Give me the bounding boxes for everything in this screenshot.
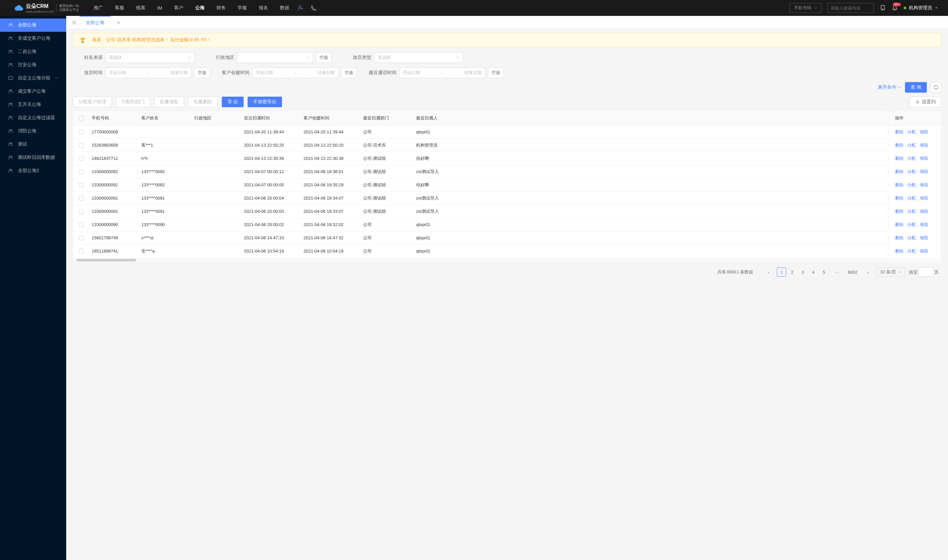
sidebar-item-5[interactable]: 成交客户公海 xyxy=(0,85,66,98)
row-checkbox[interactable] xyxy=(79,249,83,254)
row-checkbox[interactable] xyxy=(79,183,83,187)
filter-abandon-type-select[interactable]: 请选择 xyxy=(374,52,463,63)
nav-item-4[interactable]: 客户 xyxy=(169,0,188,16)
batch-claim-button[interactable]: 批量领取 xyxy=(154,97,184,107)
filter-source-select[interactable]: 请选择 xyxy=(105,52,195,63)
filter-lastcall-time-range[interactable]: 开始日期~结束日期 xyxy=(399,68,485,78)
nav-item-3[interactable]: IM xyxy=(152,0,167,16)
row-claim-link[interactable]: 领取 xyxy=(920,169,928,175)
export-button[interactable]: 导 出 xyxy=(222,97,244,107)
row-delete-link[interactable]: 删除 xyxy=(895,235,903,241)
nav-item-6[interactable]: 财务 xyxy=(212,0,230,16)
phone-icon[interactable] xyxy=(307,0,320,16)
add-user-icon[interactable] xyxy=(294,0,307,16)
sidebar-item-0[interactable]: 全部公海 xyxy=(0,18,66,32)
search-input[interactable] xyxy=(831,6,886,11)
sidebar-item-11[interactable]: 全部公海2 xyxy=(0,164,66,177)
sidebar-item-3[interactable]: 注安公海 xyxy=(0,58,66,71)
nav-item-9[interactable]: 数据 xyxy=(275,0,294,16)
row-checkbox[interactable] xyxy=(79,169,83,174)
row-checkbox[interactable] xyxy=(79,235,83,240)
row-claim-link[interactable]: 领取 xyxy=(920,182,928,188)
row-assign-link[interactable]: 分配 xyxy=(907,169,916,175)
row-checkbox[interactable] xyxy=(79,222,83,227)
page-prev-button[interactable]: ‹ xyxy=(763,268,773,277)
filter-abandon-time-empty-button[interactable]: 空值 xyxy=(194,68,210,78)
row-assign-link[interactable]: 分配 xyxy=(907,182,916,188)
row-delete-link[interactable]: 删除 xyxy=(895,169,903,175)
row-assign-link[interactable]: 分配 xyxy=(907,209,916,214)
row-assign-link[interactable]: 分配 xyxy=(907,235,916,241)
row-delete-link[interactable]: 删除 xyxy=(895,248,903,254)
row-assign-link[interactable]: 分配 xyxy=(907,142,916,148)
sidebar-item-10[interactable]: 测试昨日回库数据 xyxy=(0,151,66,164)
row-assign-link[interactable]: 分配 xyxy=(907,195,916,201)
row-claim-link[interactable]: 领取 xyxy=(920,209,928,214)
query-button[interactable]: 查 询 xyxy=(905,82,927,93)
nav-item-7[interactable]: 学服 xyxy=(233,0,252,16)
page-number-3[interactable]: 3 xyxy=(798,268,807,277)
row-assign-link[interactable]: 分配 xyxy=(907,222,916,228)
page-number-2[interactable]: 2 xyxy=(788,268,797,277)
row-delete-link[interactable]: 删除 xyxy=(895,182,903,188)
horizontal-scrollbar[interactable] xyxy=(73,258,941,263)
row-delete-link[interactable]: 删除 xyxy=(895,129,903,135)
sidebar-item-9[interactable]: 测试 xyxy=(0,138,66,151)
row-claim-link[interactable]: 领取 xyxy=(920,195,928,201)
page-next-button[interactable]: › xyxy=(863,268,873,277)
page-jump-input[interactable] xyxy=(919,268,933,277)
export-plain-button[interactable]: 不加密导出 xyxy=(248,97,282,107)
sidebar-item-2[interactable]: 二咨公海 xyxy=(0,45,66,58)
nav-item-1[interactable]: 客服 xyxy=(110,0,129,16)
filter-region-select[interactable] xyxy=(237,52,313,63)
batch-delete-button[interactable]: 批量删除 xyxy=(188,97,218,107)
tablet-icon[interactable] xyxy=(880,5,886,12)
refresh-button[interactable] xyxy=(931,82,941,93)
select-all-checkbox[interactable] xyxy=(79,116,83,120)
nav-item-2[interactable]: 线索 xyxy=(131,0,150,16)
row-assign-link[interactable]: 分配 xyxy=(907,248,916,254)
filter-lastcall-time-empty-button[interactable]: 空值 xyxy=(488,68,504,78)
assign-dept-button[interactable]: 分配到部门 xyxy=(116,97,150,107)
tab-0[interactable]: 全部公海 xyxy=(80,16,111,29)
row-claim-link[interactable]: 领取 xyxy=(920,235,928,241)
user-menu[interactable]: 机构管理员 xyxy=(903,5,938,11)
set-columns-button[interactable]: 设置列 xyxy=(910,97,941,107)
row-claim-link[interactable]: 领取 xyxy=(920,129,928,135)
filter-create-time-range[interactable]: 开始日期~结束日期 xyxy=(252,68,338,78)
row-claim-link[interactable]: 领取 xyxy=(920,248,928,254)
row-delete-link[interactable]: 删除 xyxy=(895,222,903,228)
nav-item-5[interactable]: 公海 xyxy=(191,0,209,16)
page-number-4[interactable]: 4 xyxy=(809,268,818,277)
row-checkbox[interactable] xyxy=(79,209,83,214)
page-size-select[interactable]: 10 条/页 xyxy=(877,268,905,277)
page-number-5[interactable]: 5 xyxy=(819,268,828,277)
sidebar-item-4[interactable]: 自定义公海分组 xyxy=(0,71,66,85)
row-checkbox[interactable] xyxy=(79,196,83,201)
tab-list-toggle-icon[interactable] xyxy=(70,18,78,26)
search-type-select[interactable]: 手机号码 xyxy=(790,3,822,13)
row-delete-link[interactable]: 删除 xyxy=(895,155,903,162)
assign-manager-button[interactable]: 分配客户经理 xyxy=(73,97,112,107)
row-checkbox[interactable] xyxy=(79,156,83,161)
sidebar-item-7[interactable]: 自定义公海过滤器 xyxy=(0,111,66,125)
sidebar-item-1[interactable]: 非成交客户公海 xyxy=(0,32,66,45)
nav-item-0[interactable]: 推广 xyxy=(89,0,108,16)
filter-create-time-empty-button[interactable]: 空值 xyxy=(341,68,357,78)
sidebar-item-8[interactable]: 消防公海 xyxy=(0,125,66,138)
expand-filters-link[interactable]: 展开条件 xyxy=(878,85,901,90)
row-assign-link[interactable]: 分配 xyxy=(907,129,916,135)
row-claim-link[interactable]: 领取 xyxy=(920,142,928,148)
row-delete-link[interactable]: 删除 xyxy=(895,195,903,201)
tab-add-button[interactable]: ＋ xyxy=(112,16,125,29)
page-last-button[interactable]: 6882 xyxy=(846,268,859,277)
page-number-1[interactable]: 1 xyxy=(777,268,786,277)
row-delete-link[interactable]: 删除 xyxy=(895,209,903,214)
row-claim-link[interactable]: 领取 xyxy=(920,155,928,162)
filter-region-empty-button[interactable]: 空值 xyxy=(316,52,332,63)
filter-abandon-time-range[interactable]: 开始日期~结束日期 xyxy=(105,68,191,78)
notification-bell-icon[interactable]: 99+ xyxy=(892,5,898,12)
row-checkbox[interactable] xyxy=(79,130,83,134)
nav-item-8[interactable]: 报名 xyxy=(254,0,273,16)
sidebar-item-6[interactable]: 五月天公海 xyxy=(0,98,66,111)
